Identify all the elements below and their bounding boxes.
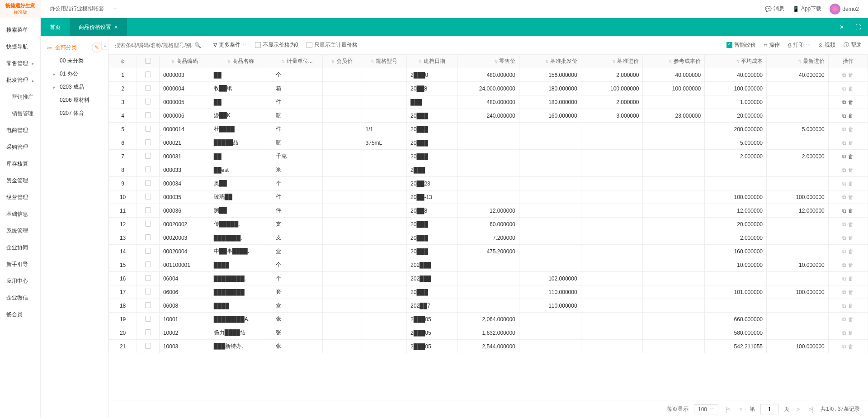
sidebar-item[interactable]: 企业协同 [0, 239, 40, 256]
tree-item[interactable]: ▸0203 成品 [44, 81, 104, 94]
row-checkbox[interactable] [145, 261, 151, 267]
close-icon[interactable]: ✕ [114, 24, 118, 30]
page-size-select[interactable]: 100﹀ [694, 404, 718, 414]
row-checkbox[interactable] [145, 207, 151, 213]
sidebar-item[interactable]: 库存核算 [0, 156, 40, 172]
delete-icon[interactable]: 🗑 [848, 221, 854, 228]
table-row[interactable]: 20000004收██纸箱20██824,000.000000180.00000… [109, 82, 868, 95]
row-checkbox[interactable] [145, 112, 151, 118]
delete-icon[interactable]: 🗑 [848, 194, 854, 200]
copy-icon[interactable]: ⧉ [842, 153, 846, 160]
delete-icon[interactable]: 🗑 [848, 167, 854, 173]
sidebar-item[interactable]: 营销推广 [0, 89, 40, 105]
tree-item[interactable]: 00 未分类 [44, 54, 104, 67]
table-row[interactable]: 1606004████████.个202███102.000000⧉🗑 [109, 272, 868, 285]
page-input[interactable] [760, 404, 778, 414]
tree-root[interactable]: ≔ 全部分类 ✎ [44, 41, 104, 54]
search-box[interactable]: 🔍 [115, 42, 205, 48]
tree-item[interactable]: ▸01 办公 [44, 67, 104, 81]
collapse-tree-button[interactable]: « [101, 41, 108, 50]
tree-item[interactable]: 0206 原材料 [44, 94, 104, 107]
delete-icon[interactable]: 🗑 [848, 330, 854, 336]
copy-icon[interactable]: ⧉ [842, 208, 846, 214]
context-switcher[interactable]: 办公用品行业模拟账套 ﹀ [41, 5, 765, 13]
table-row[interactable]: 15001100001████个202███10.00000010.000000… [109, 258, 868, 272]
delete-icon[interactable]: 🗑 [848, 289, 854, 295]
smart-price-button[interactable]: 智能改价 [726, 41, 756, 49]
row-checkbox[interactable] [145, 153, 151, 159]
sidebar-item[interactable]: 批发管理▴ [0, 72, 40, 89]
delete-icon[interactable]: 🗑 [848, 72, 854, 78]
copy-icon[interactable]: ⧉ [842, 99, 846, 105]
sidebar-item[interactable]: 电商管理 [0, 122, 40, 139]
search-icon[interactable]: 🔍 [194, 42, 201, 48]
row-checkbox[interactable] [145, 221, 151, 227]
messages-button[interactable]: 💬消息 [765, 5, 784, 13]
sidebar-item[interactable]: 企业微信 [0, 290, 40, 306]
row-checkbox[interactable] [145, 248, 151, 254]
copy-icon[interactable]: ⧉ [842, 194, 846, 200]
row-checkbox[interactable] [145, 180, 151, 186]
table-row[interactable]: 2010002扬力████结.张2███051,632.000000580.00… [109, 326, 868, 340]
delete-icon[interactable]: 🗑 [848, 86, 854, 92]
column-header[interactable]: ⇅基准批发价 [519, 55, 581, 68]
row-checkbox[interactable] [145, 126, 151, 132]
table-row[interactable]: 9000034奥██个20██23⧉🗑 [109, 177, 868, 190]
delete-icon[interactable]: 🗑 [848, 248, 854, 255]
row-checkbox[interactable] [145, 139, 151, 145]
copy-icon[interactable]: ⧉ [842, 303, 846, 309]
column-header[interactable]: ⇅零售价 [458, 55, 519, 68]
table-row[interactable]: 50000014杜████件1/120███200.0000005.000000… [109, 123, 868, 136]
row-checkbox[interactable] [145, 99, 151, 104]
sidebar-item[interactable]: 采购管理 [0, 139, 40, 156]
table-row[interactable]: 30000005██件███480.000000180.0000002.0000… [109, 95, 868, 109]
table-row[interactable]: 1706006████████套20███110.000000101.00000… [109, 285, 868, 299]
sidebar-item[interactable]: 搜索菜单 [0, 22, 40, 38]
copy-icon[interactable]: ⧉ [842, 72, 846, 78]
delete-icon[interactable]: 🗑 [848, 180, 854, 187]
column-header[interactable]: ⇅商品编码 [159, 55, 210, 68]
copy-icon[interactable]: ⧉ [842, 126, 846, 133]
copy-icon[interactable]: ⧉ [842, 167, 846, 173]
next-page-button[interactable]: > [795, 406, 802, 413]
delete-icon[interactable]: 🗑 [848, 126, 854, 133]
column-header[interactable]: 操作 [828, 55, 868, 68]
more-filters-button[interactable]: ∇更多条件﹀ [213, 41, 247, 49]
fullscreen-button[interactable]: ⛶ [852, 21, 864, 33]
tab-home[interactable]: 首页 [41, 18, 70, 36]
copy-icon[interactable]: ⧉ [842, 248, 846, 255]
column-header[interactable]: ⇅规格型号 [362, 55, 406, 68]
copy-icon[interactable]: ⧉ [842, 86, 846, 92]
first-page-button[interactable]: |< [724, 406, 732, 413]
delete-icon[interactable]: 🗑 [848, 113, 854, 119]
row-checkbox[interactable] [145, 234, 151, 240]
copy-icon[interactable]: ⧉ [842, 113, 846, 119]
sidebar-item[interactable]: 快捷导航 [0, 38, 40, 55]
table-row[interactable]: 1200020002传█████.支20███60.00000020.00000… [109, 218, 868, 231]
only-main-checkbox[interactable]: 只显示主计量价格 [307, 41, 358, 49]
row-checkbox[interactable] [145, 302, 151, 308]
tree-item[interactable]: 0207 体育 [44, 107, 104, 120]
delete-icon[interactable]: 🗑 [848, 153, 854, 160]
prev-page-button[interactable]: < [737, 406, 744, 413]
edit-icon[interactable]: ✎ [92, 43, 102, 52]
table-row[interactable]: 1806008████盒202██7110.000000⧉🗑 [109, 299, 868, 313]
column-header[interactable] [137, 55, 160, 68]
delete-icon[interactable]: 🗑 [848, 343, 854, 350]
table-row[interactable]: 1910001████████A.张2███052,064.000000660.… [109, 313, 868, 326]
copy-icon[interactable]: ⧉ [842, 289, 846, 295]
app-download-button[interactable]: 📱App下载 [793, 5, 821, 13]
sidebar-item[interactable]: 系统管理 [0, 223, 40, 239]
table-row[interactable]: 2110003███新特办.张2███052,544.000000542.211… [109, 340, 868, 353]
column-header[interactable]: ⇅最新进价 [766, 55, 828, 68]
copy-icon[interactable]: ⧉ [842, 316, 846, 323]
row-checkbox[interactable] [145, 85, 151, 91]
video-button[interactable]: ⊙视频 [818, 41, 835, 49]
tab-close-button[interactable]: ✕ [835, 21, 848, 33]
sidebar-item[interactable]: 基础信息 [0, 206, 40, 223]
table-row[interactable]: 7000031██千克20███2.0000002.000000⧉🗑 [109, 150, 868, 163]
sidebar-item[interactable]: 经营管理 [0, 189, 40, 206]
column-header[interactable]: ⇅基准进价 [581, 55, 643, 68]
copy-icon[interactable]: ⧉ [842, 343, 846, 350]
user-menu[interactable]: demo2 [830, 4, 859, 14]
